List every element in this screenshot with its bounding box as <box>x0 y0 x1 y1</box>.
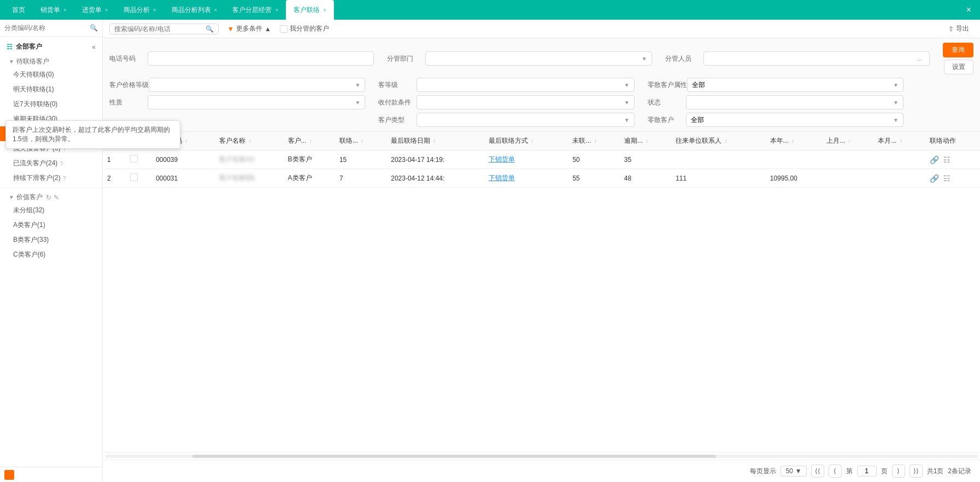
sort-icon: ↕ <box>433 138 436 144</box>
sort-icon: ↕ <box>309 138 312 144</box>
manager-select[interactable]: ... <box>703 51 930 66</box>
row-checkbox[interactable] <box>126 169 151 188</box>
nav-tab-customer-contact[interactable]: 客户联络 × <box>286 0 334 20</box>
sidebar: 🔍 ☷ 全部客户 « ▼ 待联络客户 今天待联络(0) 明天待联络(1) 近7天… <box>0 20 103 482</box>
sidebar-item-b-class[interactable]: B类客户(33) <box>0 233 102 247</box>
sort-icon: ↕ <box>725 138 727 144</box>
retail-attr-cell: 零散客户属性 全部 ▼ <box>648 78 903 92</box>
scrollbar-thumb[interactable] <box>192 455 716 458</box>
col-name[interactable]: 客户名称 ↕ <box>215 132 283 150</box>
link-action-icon[interactable]: 🔗 <box>930 155 939 164</box>
row-last-method[interactable]: 下销货单 <box>484 150 568 169</box>
sidebar-item-already-lost[interactable]: 已流失客户(24) ? <box>0 156 102 171</box>
search-icon[interactable]: 🔍 <box>90 24 98 32</box>
horizontal-scrollbar[interactable] <box>103 452 980 460</box>
filter-row-4: ... 客户类型 ▼ 零散客户 全部 ▼ <box>109 113 973 127</box>
dots-icon[interactable]: ... <box>915 55 925 62</box>
close-icon[interactable]: × <box>214 7 218 13</box>
customer-search-input[interactable] <box>114 25 206 33</box>
grid-action-icon[interactable]: ☷ <box>943 174 950 183</box>
nav-tab-purchase[interactable]: 进货单 × <box>74 0 116 20</box>
sidebar-item-a-class[interactable]: A类客户(1) <box>0 218 102 233</box>
col-level[interactable]: 客户... ↕ <box>284 132 335 150</box>
sidebar-item-today[interactable]: 今天待联络(0) <box>0 67 102 82</box>
sidebar-item-declining[interactable]: 持续下滑客户(2) ? <box>0 171 102 185</box>
customer-type-select[interactable]: ▼ <box>416 113 634 127</box>
checkbox[interactable] <box>280 25 287 33</box>
nav-tab-analysis[interactable]: 商品分析 × <box>116 0 164 20</box>
close-icon[interactable]: × <box>105 7 108 13</box>
col-this-month[interactable]: 本月... ↕ <box>873 132 925 150</box>
tooltip: 距客户上次交易时长，超过了此客户的平均交易周期的1.5倍，则视为异常。 <box>5 120 180 149</box>
page-size-select[interactable]: 50 ▼ <box>781 466 806 477</box>
close-icon[interactable]: × <box>63 7 67 13</box>
settings-button[interactable]: 设置 <box>944 60 973 74</box>
customer-level-select[interactable]: ▼ <box>416 78 634 92</box>
sidebar-item-c-class[interactable]: C类客户(6) <box>0 247 102 262</box>
row-last-date: 2023-04-17 14:19: <box>386 150 484 169</box>
close-icon[interactable]: × <box>153 7 156 13</box>
nav-tab-customer-tier[interactable]: 客户分层经营 × <box>225 0 286 20</box>
retail-attr-select[interactable]: 全部 ▼ <box>687 78 903 92</box>
my-customers-checkbox[interactable]: 我分管的客户 <box>280 24 329 33</box>
dept-select[interactable]: ▼ <box>425 51 652 66</box>
payment-select[interactable]: ▼ <box>416 95 634 109</box>
price-level-select[interactable]: ▼ <box>149 78 365 92</box>
retail-customer-select[interactable]: 全部 ▼ <box>686 113 903 127</box>
col-last-contact-date[interactable]: 最后联络日期 ↕ <box>386 132 484 150</box>
filter-bar: 🔍 ▼ 更多条件 ▲ 我分管的客户 ⇧ 导出 <box>103 20 980 38</box>
row-checkbox[interactable] <box>126 150 151 169</box>
refresh-icon[interactable]: ↻ <box>46 194 51 201</box>
table-row: 2 000031 客户名称BB A类客户 7 2023-04-12 14:44:… <box>103 169 980 188</box>
col-unit-contact[interactable]: 往来单位联系人 ↕ <box>671 132 766 150</box>
col-last-month[interactable]: 上月... ↕ <box>822 132 873 150</box>
close-icon[interactable]: × <box>323 7 326 13</box>
export-button[interactable]: ⇧ 导出 <box>944 23 973 34</box>
sidebar-item-tomorrow[interactable]: 明天待联络(1) <box>0 82 102 97</box>
row-code: 000031 <box>151 169 215 188</box>
prev-page-button[interactable]: ⟨ <box>829 464 842 478</box>
col-contact-count[interactable]: 联络... ↕ <box>335 132 386 150</box>
all-customers-header[interactable]: ☷ 全部客户 « <box>0 39 102 55</box>
col-this-year[interactable]: 本年... ↕ <box>766 132 822 150</box>
manager-cell: 分管人员 ... <box>665 51 930 66</box>
nav-tab-analysis-list[interactable]: 商品分析列表 × <box>164 0 225 20</box>
query-button[interactable]: 查询 <box>943 43 973 57</box>
page-input[interactable] <box>857 466 877 477</box>
nav-tab-home[interactable]: 首页 <box>4 0 33 20</box>
phone-input[interactable] <box>148 51 374 66</box>
row-overdue: 35 <box>620 150 671 169</box>
sort-icon: ↕ <box>791 138 794 144</box>
row-actions: 🔗 ☷ <box>925 150 980 169</box>
nav-tab-sales[interactable]: 销货单 × <box>33 0 74 20</box>
first-page-button[interactable]: ⟨⟨ <box>811 464 824 478</box>
payment-cell: 收付款条件 ▼ <box>378 95 634 109</box>
grid-action-icon[interactable]: ☷ <box>943 155 950 164</box>
sort-icon: ↕ <box>185 138 187 144</box>
next-page-button[interactable]: ⟩ <box>892 464 905 478</box>
col-overdue[interactable]: 逾期... ↕ <box>620 132 671 150</box>
sidebar-item-7days[interactable]: 近7天待联络(0) <box>0 97 102 112</box>
gender-select[interactable]: ▼ <box>148 95 365 109</box>
status-select[interactable]: ▼ <box>686 95 903 109</box>
more-conditions-button[interactable]: ▼ 更多条件 ▲ <box>223 23 275 34</box>
value-customers-group[interactable]: ▼ 价值客户 ↻ ✎ <box>0 190 102 203</box>
col-unlink-days[interactable]: 未联... ↕ <box>568 132 619 150</box>
row-unlink: 55 <box>568 169 619 188</box>
last-page-button[interactable]: ⟩⟩ <box>909 464 923 478</box>
search-icon[interactable]: 🔍 <box>206 25 214 33</box>
edit-icon[interactable]: ✎ <box>54 194 59 201</box>
col-action: 联络动作 <box>925 132 980 150</box>
filter-icon: ▼ <box>227 25 234 33</box>
sidebar-item-ungroup[interactable]: 未分组(32) <box>0 203 102 218</box>
pending-contact-group[interactable]: ▼ 待联络客户 <box>0 55 102 67</box>
close-all-button[interactable]: × <box>962 5 976 15</box>
link-action-icon[interactable]: 🔗 <box>930 174 939 183</box>
pagination-bar: 每页显示 50 ▼ ⟨⟨ ⟨ 第 页 ⟩ ⟩⟩ 共1页 2条记录 <box>103 460 980 482</box>
category-search-input[interactable] <box>4 24 90 32</box>
close-icon[interactable]: × <box>275 7 278 13</box>
col-last-contact-method[interactable]: 最后联络方式 ↕ <box>484 132 568 150</box>
row-index: 1 <box>103 150 126 169</box>
row-last-method[interactable]: 下销货单 <box>484 169 568 188</box>
chevron-down-icon: ▼ <box>893 117 899 123</box>
